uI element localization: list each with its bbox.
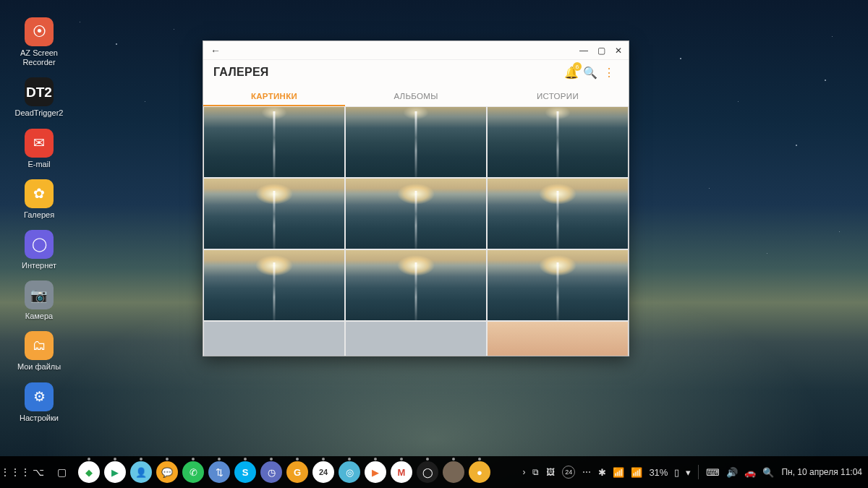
taskbar-app-calendar[interactable]: 24: [312, 461, 334, 483]
quick-settings-icons: ⌨ 🔊 🚗 🔍: [706, 467, 774, 478]
desktop-icon-label: AZ Screen Recorder: [13, 48, 65, 67]
photo-thumbnail[interactable]: [346, 250, 486, 320]
tray-separator: [698, 465, 699, 479]
photo-thumbnail[interactable]: [346, 179, 486, 249]
taskbar-app-geo[interactable]: G: [286, 461, 308, 483]
taskbar-app-contacts[interactable]: 👤: [130, 461, 152, 483]
app-header: ГАЛЕРЕЯ 🔔 6 🔍 ⋮: [203, 60, 629, 87]
search-button[interactable]: 🔍: [581, 63, 600, 82]
tab-pictures[interactable]: КАРТИНКИ: [203, 87, 345, 106]
taskbar-app-skype[interactable]: S: [234, 461, 256, 483]
desktop-icon-deadtrigger2[interactable]: DT2 DeadTrigger2: [13, 77, 65, 118]
volume-icon[interactable]: 🔊: [726, 467, 738, 478]
desktop-icons: ⦿ AZ Screen Recorder DT2 DeadTrigger2 ✉ …: [13, 17, 65, 423]
thumbnail-grid: [203, 106, 629, 356]
email-icon: ✉: [25, 129, 54, 158]
photo-thumbnail[interactable]: [488, 179, 628, 249]
taskbar-app-phone[interactable]: ✆: [182, 461, 204, 483]
window-controls: — ▢ ✕: [578, 45, 624, 56]
photo-thumbnail[interactable]: [204, 250, 344, 320]
taskbar: ⋮⋮⋮ ⌥ ▢ ◆ ▶ 👤 💬 ✆ ⇅ S ◷ G 24 ◎ ▶ M ◯ ● ›…: [0, 456, 868, 488]
taskbar-tray: › ⧉ 🖼 24 ⋯ ✱ 📶 📶 31% ▯ ▾ ⌨ 🔊 🚗 🔍 Пн, 10 …: [522, 465, 862, 479]
app-title: ГАЛЕРЕЯ: [213, 66, 269, 79]
tab-albums[interactable]: АЛЬБОМЫ: [345, 87, 487, 106]
taskbar-app-gmail[interactable]: M: [391, 461, 412, 483]
folder-icon: 🗂: [25, 331, 54, 360]
taskbar-system-buttons: ⋮⋮⋮ ⌥ ▢: [6, 463, 71, 481]
desktop-icon-label: E-mail: [27, 160, 50, 169]
tab-bar: КАРТИНКИ АЛЬБОМЫ ИСТОРИИ: [203, 87, 629, 106]
desktop-icon-label: DeadTrigger2: [15, 108, 64, 118]
signal-icon[interactable]: 📶: [631, 467, 642, 478]
desktop-icon-gallery[interactable]: ✿ Галерея: [13, 179, 65, 220]
desktop-icon-label: Галерея: [24, 210, 54, 220]
gear-icon: ⚙: [25, 382, 54, 411]
window-titlebar[interactable]: ← — ▢ ✕: [203, 41, 629, 60]
calendar-badge-icon[interactable]: 24: [562, 466, 575, 479]
image-icon[interactable]: 🖼: [546, 467, 555, 477]
photo-thumbnail[interactable]: [488, 322, 628, 356]
screenshot-icon[interactable]: ⧉: [532, 467, 539, 477]
deadtrigger2-icon: DT2: [25, 77, 54, 106]
tab-stories[interactable]: ИСТОРИИ: [487, 87, 629, 106]
taskbar-app-oculus[interactable]: ◯: [417, 461, 438, 483]
battery-label: 31%: [649, 467, 668, 478]
photo-thumbnail[interactable]: [204, 107, 344, 177]
internet-icon: ◯: [25, 230, 54, 259]
desktop-icon-label: Мои файлы: [17, 362, 61, 372]
photo-thumbnail[interactable]: [346, 322, 486, 356]
taskbar-app-avatar[interactable]: [443, 461, 464, 483]
taskbar-app-browser[interactable]: ●: [469, 461, 490, 483]
overflow-icon[interactable]: ⋯: [582, 467, 591, 477]
desktop-icon-camera[interactable]: 📷 Камера: [13, 281, 65, 321]
car-mode-icon[interactable]: 🚗: [744, 467, 756, 478]
gallery-icon: ✿: [25, 179, 54, 208]
bluetooth-icon[interactable]: ✱: [598, 467, 606, 478]
desktop-icon-files[interactable]: 🗂 Мои файлы: [13, 331, 65, 372]
wifi-icon[interactable]: 📶: [613, 467, 624, 478]
close-button[interactable]: ✕: [613, 45, 624, 56]
gallery-window: ← — ▢ ✕ ГАЛЕРЕЯ 🔔 6 🔍 ⋮ КАРТИНКИ АЛЬБОМЫ…: [203, 40, 629, 356]
minimize-button[interactable]: —: [578, 45, 590, 56]
photo-thumbnail[interactable]: [204, 179, 344, 249]
desktop-icon-internet[interactable]: ◯ Интернет: [13, 230, 65, 270]
more-button[interactable]: ⋮: [600, 63, 618, 82]
taskbar-app-messages[interactable]: 💬: [156, 461, 178, 483]
photo-thumbnail[interactable]: [488, 250, 628, 320]
keyboard-icon[interactable]: ⌨: [706, 467, 720, 478]
camera-rec-icon: ⦿: [25, 17, 54, 46]
photo-thumbnail[interactable]: [204, 322, 344, 356]
photo-thumbnail[interactable]: [488, 107, 628, 177]
back-button[interactable]: ←: [208, 45, 224, 56]
task-view-button[interactable]: ▢: [52, 463, 71, 481]
desktop-icon-settings[interactable]: ⚙ Настройки: [13, 382, 65, 423]
taskbar-app-clock[interactable]: ◷: [260, 461, 282, 483]
recents-button[interactable]: ⌥: [29, 463, 48, 481]
notifications-button[interactable]: 🔔 6: [562, 63, 581, 82]
battery-icon: ▯: [674, 467, 679, 478]
photo-thumbnail[interactable]: [346, 107, 486, 177]
taskbar-clock[interactable]: Пн, 10 апреля 11:04: [781, 467, 862, 477]
search-icon: 🔍: [583, 66, 597, 80]
taskbar-pinned-apps: ◆ ▶ 👤 💬 ✆ ⇅ S ◷ G 24 ◎ ▶ M ◯ ●: [78, 461, 490, 483]
status-icons: ✱ 📶 📶 31% ▯ ▾: [598, 467, 691, 478]
taskbar-app-bixby[interactable]: ◎: [339, 461, 360, 483]
desktop-icon-label: Интернет: [22, 261, 56, 270]
taskbar-app-play-store[interactable]: ▶: [104, 461, 126, 483]
desktop-icon-email[interactable]: ✉ E-mail: [13, 129, 65, 169]
search-icon[interactable]: 🔍: [762, 467, 774, 478]
apps-grid-button[interactable]: ⋮⋮⋮: [6, 463, 25, 481]
kebab-icon: ⋮: [603, 66, 615, 80]
desktop-icon-label: Настройки: [20, 414, 59, 423]
camera-icon: 📷: [25, 281, 54, 309]
tray-expand-icon[interactable]: ›: [522, 467, 525, 477]
maximize-button[interactable]: ▢: [595, 45, 607, 56]
taskbar-app-play-music[interactable]: ▶: [365, 461, 386, 483]
desktop-icon-label: Камера: [25, 312, 53, 321]
taskbar-app-drive[interactable]: ◆: [78, 461, 100, 483]
desktop-icon-az-screen-recorder[interactable]: ⦿ AZ Screen Recorder: [13, 17, 65, 67]
chevron-down-icon[interactable]: ▾: [686, 467, 691, 478]
taskbar-app-file-transfer[interactable]: ⇅: [208, 461, 230, 483]
